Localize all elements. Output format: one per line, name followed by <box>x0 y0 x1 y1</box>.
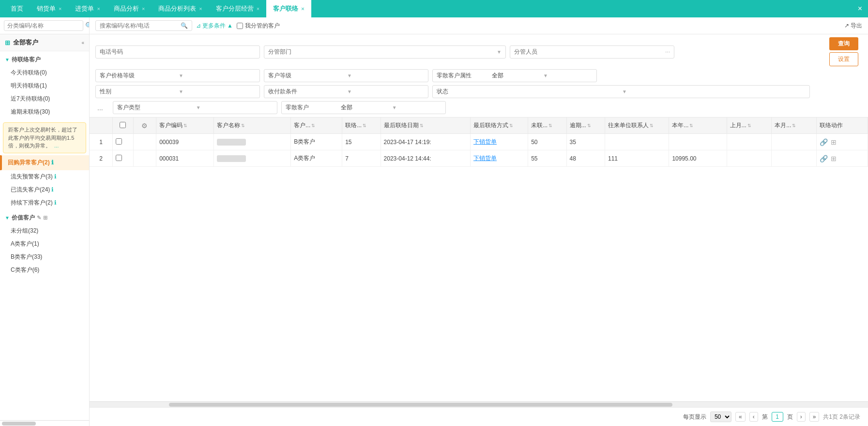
sidebar-search-icon[interactable]: 🔍 <box>85 22 90 29</box>
declining-info-icon[interactable]: ℹ <box>54 199 57 206</box>
retail-attr-dropdown-icon[interactable]: ▼ <box>543 73 593 78</box>
customer-level-dropdown-icon[interactable]: ▼ <box>347 73 424 78</box>
pending-contact-group-title[interactable]: ▼ 待联络客户 <box>0 53 89 66</box>
sort-customer-type-icon[interactable]: ⇅ <box>311 123 315 128</box>
th-unit-contact[interactable]: 往来单位联系人 ⇅ <box>605 118 669 134</box>
nav-tab-product-analysis[interactable]: 商品分析 × <box>107 0 152 17</box>
repurchase-info-icon[interactable]: ℹ <box>51 159 54 166</box>
gender-dropdown-icon[interactable]: ▼ <box>179 89 256 94</box>
link-action-icon-2[interactable]: 🔗 <box>820 155 828 162</box>
customer-level-filter[interactable]: 客户等级 ▼ <box>264 69 428 82</box>
already-lost-info-icon[interactable]: ℹ <box>51 186 54 193</box>
my-customers-checkbox[interactable]: 我分管的客户 <box>237 22 280 30</box>
close-customer-seg-tab-icon[interactable]: × <box>257 6 259 12</box>
sort-customer-code-icon[interactable]: ⇅ <box>183 123 187 128</box>
sort-unit-contact-icon[interactable]: ⇅ <box>650 123 654 128</box>
th-contact-count[interactable]: 联络... ⇅ <box>342 118 381 134</box>
select-all-checkbox[interactable] <box>120 122 126 128</box>
sort-this-year-icon[interactable]: ⇅ <box>689 123 693 128</box>
add-value-group-icon[interactable]: ⊞ <box>43 215 47 221</box>
sidebar-item-declining[interactable]: 持续下滑客户(2) ℹ <box>0 196 89 209</box>
retail-customer-select[interactable]: 零散客户 全部 ▼ <box>281 101 446 114</box>
close-all-tabs-button[interactable]: × <box>858 4 862 13</box>
export-button[interactable]: ↗ 导出 <box>844 22 862 30</box>
sort-last-contact-date-icon[interactable]: ⇅ <box>420 123 424 128</box>
contact-method-link-1[interactable]: 下销货单 <box>473 138 497 145</box>
row2-checkbox[interactable] <box>116 155 122 161</box>
my-customers-checkbox-input[interactable] <box>237 23 243 29</box>
customer-type-dropdown-icon[interactable]: ▼ <box>196 105 273 110</box>
current-page-input[interactable]: 1 <box>772 412 783 422</box>
close-customer-contact-tab-icon[interactable]: × <box>301 6 304 12</box>
last-page-button[interactable]: » <box>809 412 820 422</box>
row1-checkbox[interactable] <box>116 138 122 145</box>
nav-tab-purchase[interactable]: 进货单 × <box>68 0 107 17</box>
prev-page-button[interactable]: ‹ <box>749 412 758 422</box>
sort-overdue-icon[interactable]: ⇅ <box>587 123 591 128</box>
filter-more-conditions-button[interactable]: ⊿ 更多条件 ▲ <box>196 22 233 30</box>
th-this-month[interactable]: 本月... ⇅ <box>772 118 817 134</box>
th-last-contact-date[interactable]: 最后联络日期 ⇅ <box>381 118 470 134</box>
sort-this-month-icon[interactable]: ⇅ <box>792 123 796 128</box>
th-overdue[interactable]: 逾期... ⇅ <box>566 118 605 134</box>
price-level-dropdown-icon[interactable]: ▼ <box>179 73 256 78</box>
contact-method-link-2[interactable]: 下销货单 <box>473 155 497 162</box>
value-customer-group-title[interactable]: ▼ 价值客户 ✎ ⊞ <box>0 211 89 224</box>
next-page-button[interactable]: › <box>797 412 806 422</box>
sidebar-scroll[interactable] <box>0 420 89 426</box>
tooltip-ellipsis[interactable]: ... <box>54 143 59 148</box>
branch-dept-filter[interactable]: 分管部门 ▼ <box>264 45 506 59</box>
lost-warning-info-icon[interactable]: ℹ <box>54 173 57 180</box>
sidebar-item-class-b[interactable]: B类客户(33) <box>0 250 89 264</box>
customer-price-level-filter[interactable]: 客户价格等级 ▼ <box>95 69 260 82</box>
horizontal-scrollbar-thumb[interactable] <box>169 403 672 407</box>
horizontal-scrollbar[interactable] <box>90 401 868 407</box>
th-last-month[interactable]: 上月... ⇅ <box>727 118 772 134</box>
menu-action-icon-2[interactable]: ⊞ <box>831 155 837 162</box>
th-customer-type[interactable]: 客户... ⇅ <box>291 118 342 134</box>
per-page-select[interactable]: 50 <box>710 411 731 422</box>
edit-value-group-icon[interactable]: ✎ <box>37 215 41 221</box>
filter-row4-ellipsis[interactable]: ... <box>95 104 105 112</box>
close-purchase-tab-icon[interactable]: × <box>97 6 100 12</box>
td-check-1[interactable] <box>113 134 133 150</box>
td-last-contact-method-2[interactable]: 下销货单 <box>470 150 528 167</box>
th-customer-code[interactable]: 客户编码 ⇅ <box>156 118 214 134</box>
th-customer-name[interactable]: 客户名称 ⇅ <box>214 118 291 134</box>
sidebar-item-tomorrow-contact[interactable]: 明天待联络(1) <box>0 79 89 92</box>
table-settings-gear-icon[interactable]: ⚙ <box>141 122 148 130</box>
sidebar-search-input[interactable] <box>4 20 83 31</box>
nav-tab-customer-segmentation[interactable]: 客户分层经营 × <box>209 0 266 17</box>
all-customers-title[interactable]: ⊞ 全部客户 « <box>0 34 89 51</box>
sort-last-contact-method-icon[interactable]: ⇅ <box>509 123 513 128</box>
nav-tab-customer-contact[interactable]: 客户联络 × <box>266 0 311 17</box>
sidebar-item-lost-warning[interactable]: 流失预警客户(3) ℹ <box>0 170 89 183</box>
settings-button[interactable]: 设置 <box>829 52 858 66</box>
th-settings-icon[interactable]: ⚙ <box>133 118 156 134</box>
sort-contact-count-icon[interactable]: ⇅ <box>363 123 366 128</box>
nav-tab-product-list[interactable]: 商品分析列表 × <box>152 0 209 17</box>
sidebar-item-7day-contact[interactable]: 近7天待联络(0) <box>0 92 89 105</box>
td-last-contact-method-1[interactable]: 下销货单 <box>470 134 528 150</box>
sidebar-item-already-lost[interactable]: 已流失客户(24) ℹ <box>0 183 89 196</box>
sidebar-item-unclassified[interactable]: 未分组(32) <box>0 224 89 237</box>
close-sales-tab-icon[interactable]: × <box>59 6 61 12</box>
sort-uncontacted-icon[interactable]: ⇅ <box>548 123 552 128</box>
payment-terms-filter[interactable]: 收付款条件 ▼ <box>264 85 428 98</box>
nav-tab-home[interactable]: 首页 <box>4 0 30 17</box>
filter-search-input[interactable] <box>100 22 179 29</box>
close-product-analysis-tab-icon[interactable]: × <box>142 6 145 12</box>
sidebar-item-today-contact[interactable]: 今天待联络(0) <box>0 66 89 79</box>
sidebar-item-class-a[interactable]: A类客户(1) <box>0 237 89 250</box>
filter-search-icon[interactable]: 🔍 <box>181 22 188 29</box>
td-check-2[interactable] <box>113 150 133 167</box>
payment-terms-dropdown-icon[interactable]: ▼ <box>347 89 424 94</box>
th-checkbox[interactable] <box>113 118 133 134</box>
first-page-button[interactable]: « <box>735 412 746 422</box>
repurchase-abnormal-item[interactable]: 回购异常客户(2) ℹ <box>0 155 89 170</box>
gender-filter[interactable]: 性别 ▼ <box>95 85 260 98</box>
sidebar-item-class-c[interactable]: C类客户(6) <box>0 264 89 277</box>
branch-dept-dropdown-icon[interactable]: ▼ <box>497 49 502 55</box>
retail-customer-dropdown-icon[interactable]: ▼ <box>392 105 442 110</box>
sort-customer-name-icon[interactable]: ⇅ <box>241 123 245 128</box>
